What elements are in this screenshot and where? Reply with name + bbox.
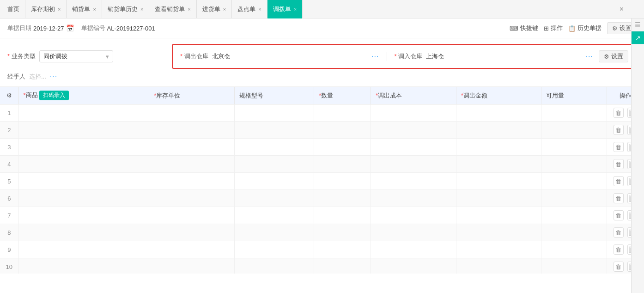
row-cost[interactable] (371, 122, 456, 139)
row-available[interactable] (541, 224, 607, 241)
row-cost[interactable] (371, 190, 456, 207)
row-cost[interactable] (371, 207, 456, 224)
delete-row-button[interactable]: 🗑 (614, 142, 624, 152)
row-amount[interactable] (456, 139, 541, 156)
tab-sales-order[interactable]: 销货单 × (67, 0, 102, 18)
row-spec[interactable] (234, 104, 314, 122)
row-unit[interactable] (149, 190, 234, 207)
row-unit[interactable] (149, 241, 234, 258)
warehouse-out-value[interactable]: 北京仓 (212, 52, 368, 61)
row-amount[interactable] (456, 173, 541, 190)
tab-inventory-check[interactable]: 盘点单 × (232, 0, 267, 18)
warehouse-in-more-button[interactable]: ··· (586, 52, 593, 61)
delete-row-button[interactable]: 🗑 (614, 125, 624, 135)
row-unit[interactable] (149, 173, 234, 190)
delete-row-button[interactable]: 🗑 (614, 176, 624, 186)
row-available[interactable] (541, 258, 607, 274)
delete-row-button[interactable]: 🗑 (614, 262, 624, 272)
row-qty[interactable] (314, 207, 371, 224)
row-qty[interactable] (314, 258, 371, 274)
row-cost[interactable] (371, 156, 456, 173)
row-amount[interactable] (456, 241, 541, 258)
row-available[interactable] (541, 104, 607, 122)
row-goods[interactable] (18, 139, 149, 156)
tab-sales-history[interactable]: 销货单历史 × (102, 0, 149, 18)
row-amount[interactable] (456, 258, 541, 274)
row-qty[interactable] (314, 104, 371, 122)
row-spec[interactable] (234, 224, 314, 241)
th-gear[interactable]: ⚙ (0, 87, 18, 104)
row-qty[interactable] (314, 156, 371, 173)
row-spec[interactable] (234, 190, 314, 207)
agent-placeholder[interactable]: 选择... (29, 73, 46, 81)
row-goods[interactable] (18, 224, 149, 241)
tab-purchase-order[interactable]: 进货单 × (197, 0, 232, 18)
row-qty[interactable] (314, 122, 371, 139)
row-amount[interactable] (456, 190, 541, 207)
row-goods[interactable] (18, 207, 149, 224)
row-unit[interactable] (149, 224, 234, 241)
row-available[interactable] (541, 241, 607, 258)
row-goods[interactable] (18, 156, 149, 173)
sidebar-list-button[interactable]: ☰ (632, 18, 644, 31)
row-spec[interactable] (234, 122, 314, 139)
row-unit[interactable] (149, 122, 234, 139)
delete-row-button[interactable]: 🗑 (614, 159, 624, 169)
row-unit[interactable] (149, 156, 234, 173)
row-cost[interactable] (371, 104, 456, 122)
date-value[interactable]: 2019-12-27 (33, 25, 64, 32)
row-cost[interactable] (371, 139, 456, 156)
row-available[interactable] (541, 156, 607, 173)
delete-row-button[interactable]: 🗑 (614, 227, 624, 238)
row-goods[interactable] (18, 104, 149, 122)
row-spec[interactable] (234, 258, 314, 274)
row-amount[interactable] (456, 224, 541, 241)
row-unit[interactable] (149, 139, 234, 156)
row-goods[interactable] (18, 241, 149, 258)
row-qty[interactable] (314, 139, 371, 156)
row-unit[interactable] (149, 207, 234, 224)
row-amount[interactable] (456, 122, 541, 139)
row-available[interactable] (541, 122, 607, 139)
shortcuts-button[interactable]: ⌨ 快捷键 (510, 24, 538, 32)
row-qty[interactable] (314, 190, 371, 207)
sidebar-external-button[interactable]: ↗ (632, 31, 644, 44)
tab-inventory-check-close[interactable]: × (258, 6, 261, 12)
row-spec[interactable] (234, 156, 314, 173)
operations-button[interactable]: ⊞ 操作 (544, 24, 563, 32)
row-cost[interactable] (371, 241, 456, 258)
row-cost[interactable] (371, 258, 456, 274)
row-spec[interactable] (234, 207, 314, 224)
row-qty[interactable] (314, 224, 371, 241)
row-qty[interactable] (314, 173, 371, 190)
history-button[interactable]: 📋 历史单据 (568, 24, 601, 32)
close-all-tabs-button[interactable]: × (614, 0, 629, 18)
tab-view-sales[interactable]: 查看销货单 × (149, 0, 196, 18)
business-type-select[interactable]: 同价调拨 ▾ (39, 50, 113, 62)
row-amount[interactable] (456, 156, 541, 173)
row-amount[interactable] (456, 104, 541, 122)
row-unit[interactable] (149, 258, 234, 274)
tab-inventory-init[interactable]: 库存期初 × (25, 0, 67, 18)
row-goods[interactable] (18, 258, 149, 274)
row-cost[interactable] (371, 173, 456, 190)
row-amount[interactable] (456, 207, 541, 224)
tab-view-sales-close[interactable]: × (188, 6, 190, 12)
row-qty[interactable] (314, 241, 371, 258)
row-cost[interactable] (371, 224, 456, 241)
row-spec[interactable] (234, 241, 314, 258)
row-spec[interactable] (234, 173, 314, 190)
delete-row-button[interactable]: 🗑 (614, 210, 624, 220)
warehouse-out-more-button[interactable]: ··· (371, 52, 379, 61)
delete-row-button[interactable]: 🗑 (614, 244, 624, 255)
row-available[interactable] (541, 190, 607, 207)
tab-transfer-order[interactable]: 调拨单 × (267, 0, 303, 18)
delete-row-button[interactable]: 🗑 (614, 193, 624, 203)
delete-row-button[interactable]: 🗑 (614, 108, 624, 118)
tab-transfer-order-close[interactable]: × (294, 6, 297, 12)
row-spec[interactable] (234, 139, 314, 156)
warehouse-settings-button[interactable]: ⚙ 设置 (599, 50, 628, 62)
warehouse-in-value[interactable]: 上海仓 (426, 52, 582, 61)
tab-sales-history-close[interactable]: × (140, 6, 143, 12)
row-goods[interactable] (18, 173, 149, 190)
